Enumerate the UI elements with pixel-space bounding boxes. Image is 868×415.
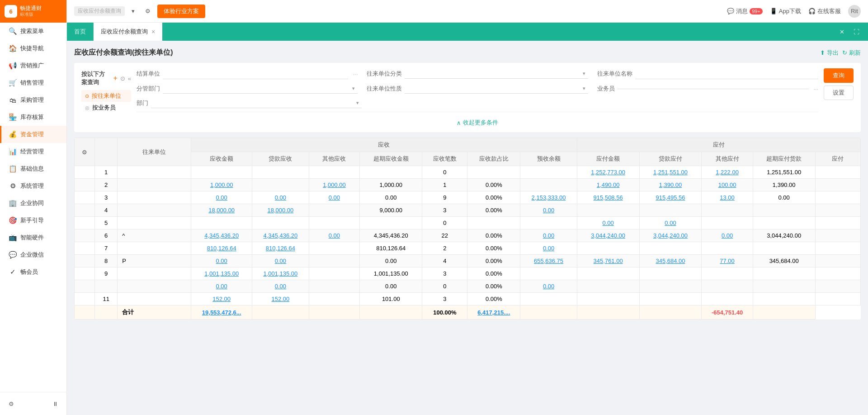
headset-icon: 🎧: [808, 8, 816, 14]
messages-btn[interactable]: 💬 消息 99+: [727, 7, 763, 15]
home-icon: 🏠: [9, 44, 17, 52]
sidebar-item-sales[interactable]: 🛒 销售管理: [0, 74, 66, 91]
guide-icon: 🎯: [9, 216, 17, 224]
col-rec-ratio: 应收款占比: [467, 152, 520, 166]
table-row: 7810,126.64810,126.64810,126.6420.00%0.0…: [75, 242, 861, 255]
online-service-btn[interactable]: 🎧 在线客服: [808, 7, 841, 15]
sidebar-item-wechat[interactable]: 💬 企业微信: [0, 246, 66, 263]
sidebar-item-purchase[interactable]: 🛍 采购管理: [0, 91, 66, 109]
sidebar-logo: 6 畅捷通财 标准版: [0, 0, 66, 23]
partner-cat-select[interactable]: ▾: [405, 69, 588, 79]
capital-icon: 💰: [9, 130, 17, 138]
refresh-btn[interactable]: ↻ 刷新: [842, 49, 861, 57]
staff-label: 业务员: [597, 85, 615, 93]
filter-field-subdept: 部门 ▾: [137, 98, 362, 108]
col-pay-amount: 应付金额: [577, 152, 639, 166]
purchase-icon: 🛍: [9, 96, 17, 104]
sidebar-settings-btn[interactable]: ⚙: [5, 397, 18, 410]
filter-add-btn[interactable]: +: [113, 74, 117, 82]
filter-field-staff: 业务员 ···: [597, 84, 818, 94]
sidebar-item-inventory[interactable]: 🏪 库存核算: [0, 109, 66, 126]
tab-close-btn[interactable]: ×: [151, 28, 155, 35]
sidebar-collapse-btn[interactable]: ⏸: [48, 397, 62, 410]
sidebar-item-cooperation[interactable]: 🏢 企业协同: [0, 195, 66, 212]
partner-cat-label: 往来单位分类: [367, 70, 402, 78]
col-partner-header: 往来单位: [118, 138, 191, 166]
settings-icon: ⚙: [9, 401, 14, 407]
sidebar-item-basic[interactable]: 📋 基础信息: [0, 160, 66, 177]
close-icon: ✕: [840, 29, 844, 35]
promo-button[interactable]: 体验行业方案: [157, 5, 205, 18]
chevron-down-icon-2: ▾: [352, 86, 355, 91]
table-settings-col[interactable]: ⚙: [75, 138, 95, 166]
table-row: 101,252,773.001,251,551.001,222.001,251,…: [75, 166, 861, 179]
sidebar-item-marketing[interactable]: 📢 营销推广: [0, 57, 66, 74]
sidebar-item-member[interactable]: ✓ 畅会员: [0, 263, 66, 281]
filter-top: 按以下方案查询 + ⊙ « ⊙ 按往来单位 ◎ 按业务员: [81, 68, 854, 127]
settlement-dots[interactable]: ···: [353, 71, 358, 77]
filter-field-dept: 分管部门 ▾: [137, 84, 358, 94]
sidebar-item-guide[interactable]: 🎯 新手引导: [0, 212, 66, 229]
sidebar-item-quick-nav[interactable]: 🏠 快捷导航: [0, 40, 66, 57]
staff-dots[interactable]: ···: [813, 86, 818, 92]
sidebar-item-operation[interactable]: 📊 经营管理: [0, 143, 66, 160]
topbar-nav: 应收应付余额查询 ▾ ⚙ 体验行业方案: [74, 5, 722, 18]
total-rec-advance[interactable]: 6,417,215....: [467, 305, 520, 320]
logo-icon: 6: [5, 5, 17, 18]
tabbar-close-btn[interactable]: ✕: [835, 25, 848, 38]
subdept-select[interactable]: ▾: [151, 98, 362, 108]
table-row: 8P0.000.000.0040.00%655,636.75345,761.00…: [75, 255, 861, 267]
filter-nav-by-staff[interactable]: ◎ 按业务员: [81, 102, 131, 114]
query-button[interactable]: 查询: [824, 68, 854, 83]
page-title: 应收应付余额查询(按往来单位): [74, 48, 173, 57]
search-icon: 🔍: [9, 27, 17, 35]
tab-active[interactable]: 应收应付余额查询 ×: [94, 23, 162, 41]
partner-name-input[interactable]: [635, 68, 818, 79]
settings-button[interactable]: 设置: [824, 86, 854, 100]
col-payable-group: 应付: [577, 138, 860, 152]
filter-nav-by-partner[interactable]: ⊙ 按往来单位: [81, 90, 131, 102]
filter-field-settlement: 结算单位 ···: [137, 68, 358, 79]
table-row: 91,001,135.001,001,135.001,001,135.0030.…: [75, 267, 861, 280]
filter-settings-btn[interactable]: ⊙: [120, 75, 125, 82]
table-row: 0.000.000.0000.00%0.00: [75, 280, 861, 293]
col-receivable-group: 应收: [191, 138, 577, 152]
user-avatar[interactable]: Rit: [848, 5, 861, 18]
page-header: 应收应付余额查询(按往来单位) ⬆ 导出 ↻ 刷新: [74, 48, 861, 57]
app-download-btn[interactable]: 📱 App下载: [770, 7, 801, 15]
member-icon: ✓: [9, 268, 17, 276]
topbar-dropdown-btn[interactable]: ▾: [127, 6, 138, 17]
tab-home[interactable]: 首页: [67, 23, 94, 41]
filter-collapse-btn[interactable]: ∧ 收起更多条件: [457, 119, 498, 127]
topbar-right: 💬 消息 99+ 📱 App下载 🎧 在线客服 Rit: [727, 5, 861, 18]
phone-icon: 📱: [770, 8, 777, 14]
subdept-label: 部门: [137, 99, 148, 107]
sidebar-menu: 🔍 搜索菜单 🏠 快捷导航 📢 营销推广 🛒 销售管理 🛍 采购管理 🏪 库存核…: [0, 23, 66, 392]
filter-row-3: 部门 ▾: [137, 98, 818, 108]
sidebar: 6 畅捷通财 标准版 🔍 搜索菜单 🏠 快捷导航 📢 营销推广 🛒 销售管理 🛍…: [0, 0, 67, 415]
partner-name-label: 往来单位名称: [597, 70, 632, 78]
partner-nature-select[interactable]: ▾: [405, 84, 588, 94]
dept-select[interactable]: ▾: [163, 84, 358, 94]
filter-scheme-label: 按以下方案查询: [81, 70, 110, 86]
content-area: 应收应付余额查询(按往来单位) ⬆ 导出 ↻ 刷新: [67, 41, 868, 415]
filter-collapse-nav-btn[interactable]: «: [128, 75, 131, 82]
total-rec-amount[interactable]: 19,553,472,6...: [191, 305, 252, 320]
cooperation-icon: 🏢: [9, 199, 17, 207]
export-btn[interactable]: ⬆ 导出: [820, 49, 839, 57]
topbar-settings-btn[interactable]: ⚙: [141, 5, 155, 18]
sidebar-item-system[interactable]: ⚙ 系统管理: [0, 177, 66, 195]
sidebar-item-search-menu[interactable]: 🔍 搜索菜单: [0, 23, 66, 40]
col-rec-amount: 应收金额: [191, 152, 252, 166]
message-icon: 💬: [727, 8, 734, 14]
sidebar-item-hardware[interactable]: 📺 智能硬件: [0, 229, 66, 246]
page: 应收应付余额查询(按往来单位) ⬆ 导出 ↻ 刷新: [67, 41, 868, 327]
sidebar-item-capital[interactable]: 💰 资金管理: [0, 126, 66, 143]
sidebar-footer: ⚙ ⏸: [0, 392, 66, 415]
table-row: 30.000.000.000.0090.00%2,153,333.00915,5…: [75, 191, 861, 204]
filter-field-partner-name: 往来单位名称: [597, 68, 818, 79]
col-rec-other: 其他应收: [309, 152, 360, 166]
settlement-input[interactable]: [163, 68, 348, 79]
tabbar-expand-btn[interactable]: ⛶: [850, 25, 863, 38]
col-pay-overdue: 超期应付货款: [753, 152, 815, 166]
